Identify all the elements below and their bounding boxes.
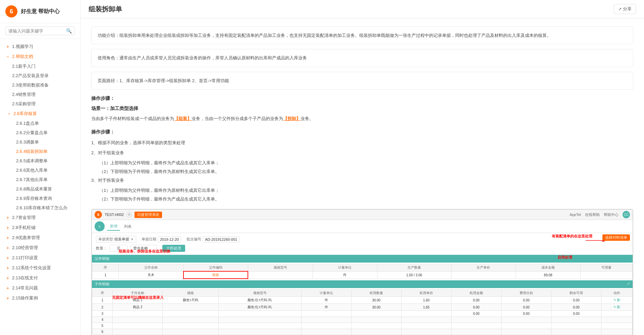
sidebar-item-system[interactable]: + 2.12系统个性化设置 — [0, 263, 80, 273]
nav-icon-circle: ≡ — [95, 221, 105, 231]
sidebar-item-data[interactable]: 2.3使用前数据准备 — [0, 80, 80, 90]
col-parent-name: 父件名称 — [119, 264, 183, 272]
cell — [163, 317, 218, 323]
settings-icon: ⚙ — [126, 212, 132, 217]
cell: 0.00 — [451, 297, 501, 304]
cell — [501, 323, 551, 329]
cell — [351, 317, 401, 323]
sidebar-item-sales[interactable]: 2.4销售管理 — [0, 90, 80, 99]
share-button[interactable]: ↗ 分享 — [614, 4, 636, 14]
search-box: 🔍 — [0, 23, 80, 39]
cell — [113, 323, 163, 329]
sidebar-item-cost[interactable]: 2.6.5成本调整单 — [0, 156, 80, 166]
cell — [218, 329, 301, 335]
cell: 0.00 — [551, 297, 601, 304]
cell: 0.00 — [451, 311, 501, 317]
upper-table-container: 序 父件名称 父件编码 规格型号 计量单位 生产数量 生产单价 成本金额 可用量 — [92, 264, 633, 280]
sidebar-item-costrecalc[interactable]: 2.6.8商品成本重算 — [0, 184, 80, 194]
table-row: 1 关木 组装 件 1.00 / 3.06 89.08 — [92, 271, 633, 279]
cell — [401, 323, 451, 329]
col-prod-price: 生产单价 — [451, 264, 516, 272]
sidebar-item-outother[interactable]: 2.6.7其他出库单 — [0, 175, 80, 184]
sidebar-item-cases[interactable]: + 2.15操作案例 — [0, 293, 80, 303]
step3-2: （2）下部明细为子件明细，最终作为产成品生成其它入库单。 — [91, 195, 633, 204]
form-value-date: 2019-12-20 — [158, 236, 181, 242]
cell: 5 — [92, 323, 113, 329]
sidebar-item-stockcheck[interactable]: 2.6.9库存账本查询 — [0, 194, 80, 203]
content-area: 功能介绍：组装拆卸单用来处理企业组装或拆卸等加工业务，支持有固定装配清单的产品加… — [80, 18, 644, 335]
app-topbar: 6 TEST-H002 ⚙ 闪捷管理系统 AppTel 在线帮助 帮助中心 CC — [92, 210, 633, 220]
screenshot-container: 6 TEST-H002 ⚙ 闪捷管理系统 AppTel 在线帮助 帮助中心 CC… — [91, 209, 633, 335]
sidebar-item-inother[interactable]: 2.6.6其他入库单 — [0, 166, 80, 175]
cell: 0.00 — [551, 304, 601, 311]
cell: 30.00 — [351, 304, 401, 311]
sidebar-item-online[interactable]: + 2.13在线支付 — [0, 273, 80, 283]
sidebar-item-docs[interactable]: − 2.帮助文档 — [0, 52, 80, 62]
cell-parent-name: 关木 — [119, 271, 183, 279]
cell: 颜色:红+尺码:XL — [218, 304, 301, 311]
topbar: 组装拆卸单 ↗ 分享 — [80, 0, 644, 18]
sidebar-item-finance[interactable]: + 2.7资金管理 — [0, 213, 80, 223]
annotation-select-btn[interactable]: 选择对料清单 — [602, 234, 630, 241]
sidebar-item-ops[interactable]: + 2.10经营管理 — [0, 243, 80, 253]
lower-table: 序 子件名称 规格 规格型号 计量单位 耗用数量 耗用单价 耗用金额 费用分担 … — [92, 289, 633, 335]
col-action: 动作 — [601, 290, 633, 297]
expand-icon[interactable]: ⤢ — [627, 282, 630, 285]
header-row: 序 父件名称 父件编码 规格型号 计量单位 生产数量 生产单价 成本金额 可用量 — [92, 264, 633, 272]
sidebar-item-assemble[interactable]: 2.6.4组装拆卸单 — [0, 147, 80, 156]
sidebar-item-mobile[interactable]: + 2.8手机旺铺 — [0, 223, 80, 233]
upper-table-body: 1 关木 组装 件 1.00 / 3.06 89.08 — [92, 271, 633, 279]
sidebar-item-new[interactable]: 2.1新手入门 — [0, 62, 80, 71]
sidebar-item-install[interactable]: 2.2产品安装及登录 — [0, 71, 80, 80]
cell: 6 — [92, 329, 113, 335]
step1: 1、根据不同的业务，选择不同单据的类型来处理 — [91, 138, 633, 147]
cell — [551, 329, 601, 335]
cell — [351, 311, 401, 317]
sidebar-item-split[interactable]: 2.6.2分量盘点单 — [0, 128, 80, 137]
cell — [501, 317, 551, 323]
annotation-label-4: 启用处理 — [557, 255, 572, 260]
cell — [301, 323, 351, 329]
scene1-desc: 当由多个子件材料组装成一个成品的业务为【组装】业务，当由一个父件拆分成多个子产品… — [91, 114, 633, 123]
cell — [218, 323, 301, 329]
col-prod-qty: 生产数量 — [377, 264, 451, 272]
cell — [351, 323, 401, 329]
sidebar: 6 好生意 帮助中心 🔍 + 1.视频学习 − 2.帮助文档 2.1新手入门 2… — [0, 0, 80, 335]
cell: 1.60 — [401, 297, 451, 304]
ops-title: 操作步骤： — [91, 96, 633, 102]
search-input[interactable] — [8, 29, 66, 34]
cell: 2 — [92, 304, 113, 311]
nav-tab-active[interactable]: 新增 — [107, 222, 120, 231]
page-title: 组装拆卸单 — [89, 5, 122, 14]
col-unit: 计量单位 — [313, 264, 377, 272]
search-icon[interactable]: 🔍 — [66, 28, 72, 34]
plus-icon-faq: + — [5, 286, 10, 290]
app-tel: AppTel — [570, 213, 581, 217]
dropdown-icon-type[interactable]: ▼ — [130, 237, 134, 241]
upper-table-header: 序 父件名称 父件编码 规格型号 计量单位 生产数量 生产单价 成本金额 可用量 — [92, 264, 633, 272]
sidebar-item-transfer[interactable]: 2.6.3调拨单 — [0, 137, 80, 147]
user-avatar: CC — [623, 211, 630, 218]
action-btn[interactable]: ✎ 删 — [613, 298, 621, 302]
table-row: 1 商品 1 颜色+尺码 颜色:红+尺码:XL 件 30.00 1.60 0.0… — [92, 297, 633, 304]
cell: 颜色+尺码 — [163, 297, 218, 304]
app-nav-tabs: ≡ 新增 列表 — [92, 220, 633, 233]
cell: 0.00 — [501, 304, 551, 311]
cell: 0.00 — [551, 311, 601, 317]
sidebar-item-count[interactable]: 2.6.1盘点单 — [0, 119, 80, 128]
cell — [551, 323, 601, 329]
step2: 2、对于组装业务 — [91, 149, 633, 157]
action-btn2[interactable]: ✎ 删 — [613, 305, 621, 309]
sidebar-item-inventory[interactable]: − 2.6库存核算 — [0, 109, 80, 119]
sidebar-item-coupon[interactable]: + 2.9优惠券管理 — [0, 233, 80, 243]
sidebar-item-accounterr[interactable]: 2.6.10库存账本错了怎么办 — [0, 203, 80, 213]
sidebar-item-videos[interactable]: + 1.视频学习 — [0, 42, 80, 52]
col-parent-code: 父件编码 — [183, 264, 248, 272]
col-child-unit: 计量单位 — [301, 290, 351, 297]
cell-prod-price — [451, 271, 516, 279]
sidebar-item-faq[interactable]: + 2.14常见问题 — [0, 283, 80, 293]
sidebar-item-purchase[interactable]: 2.5采购管理 — [0, 99, 80, 109]
nav-tab-list[interactable]: 列表 — [121, 223, 134, 230]
cell — [601, 317, 633, 323]
sidebar-item-print[interactable]: + 2.11打印设置 — [0, 253, 80, 263]
